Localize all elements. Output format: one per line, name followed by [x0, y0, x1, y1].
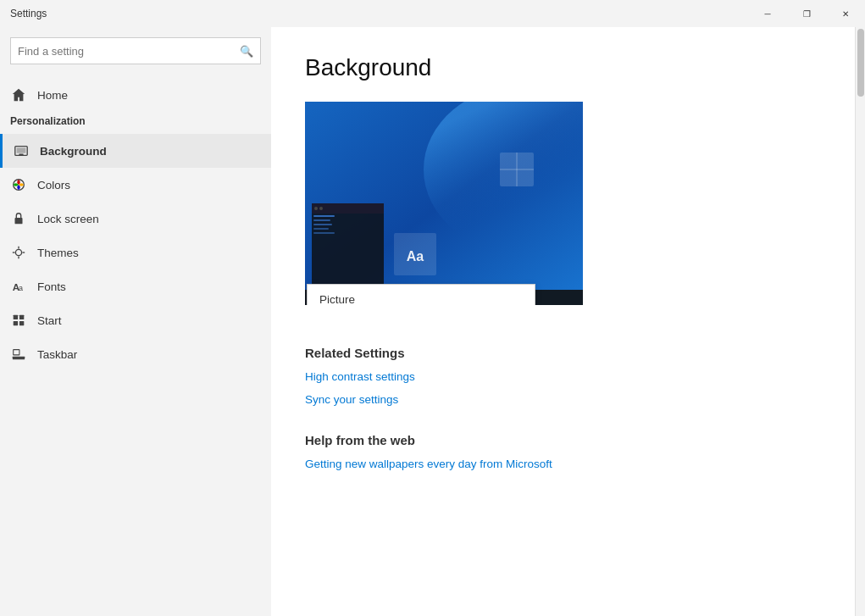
svg-rect-4 — [15, 218, 23, 224]
scrollbar-thumb[interactable] — [857, 29, 864, 97]
sidebar-item-start-label: Start — [37, 314, 62, 327]
sidebar-item-themes-label: Themes — [37, 247, 79, 259]
search-box[interactable]: 🔍 — [10, 37, 261, 64]
close-button[interactable]: ✕ — [826, 0, 865, 27]
svg-rect-15 — [19, 321, 24, 325]
sidebar-item-home-label: Home — [37, 89, 68, 102]
svg-rect-1 — [17, 147, 26, 153]
sidebar-item-background-label: Background — [40, 145, 107, 158]
colors-icon — [10, 176, 27, 193]
app-body: 🔍 Home Personalization Background — [0, 27, 865, 616]
related-settings-heading: Related Settings — [305, 346, 831, 360]
help-section-heading: Help from the web — [305, 433, 831, 447]
page-title: Background — [305, 54, 831, 81]
sidebar-item-fonts-label: Fonts — [37, 280, 66, 293]
sidebar-item-background[interactable]: Background — [0, 134, 271, 168]
sidebar-item-colors-label: Colors — [37, 179, 70, 191]
background-icon — [13, 142, 30, 159]
fonts-icon: A a — [10, 278, 27, 295]
dropdown-item-picture[interactable]: Picture — [308, 285, 535, 305]
svg-rect-16 — [13, 357, 25, 360]
svg-text:a: a — [19, 284, 23, 292]
sidebar-item-colors[interactable]: Colors — [0, 168, 271, 202]
svg-text:Aa: Aa — [407, 249, 424, 264]
new-wallpapers-link[interactable]: Getting new wallpapers every day from Mi… — [305, 458, 831, 470]
sidebar-item-lockscreen-label: Lock screen — [37, 213, 99, 225]
main-content: Background — [271, 27, 865, 616]
themes-icon — [10, 244, 27, 261]
sidebar-section-label: Personalization — [0, 112, 271, 134]
sidebar-item-lockscreen[interactable]: Lock screen — [0, 202, 271, 236]
related-settings-section: Related Settings High contrast settings … — [305, 346, 831, 406]
svg-rect-17 — [14, 350, 19, 355]
start-icon — [10, 312, 27, 329]
background-type-dropdown[interactable]: Picture Solid color Slideshow Spotlight … — [307, 284, 535, 305]
home-icon — [10, 86, 27, 103]
dropdown-menu: Picture Solid color Slideshow Spotlight … — [307, 284, 535, 305]
lock-icon — [10, 210, 27, 227]
restore-button[interactable]: ❐ — [787, 0, 826, 27]
scrollbar-track — [855, 27, 865, 616]
search-input[interactable] — [18, 45, 240, 58]
svg-rect-2 — [19, 154, 23, 155]
svg-rect-32 — [313, 232, 335, 234]
sidebar-item-fonts[interactable]: A a Fonts — [0, 269, 271, 303]
svg-rect-13 — [19, 315, 24, 319]
sidebar-item-start[interactable]: Start — [0, 303, 271, 337]
svg-rect-14 — [14, 321, 18, 325]
svg-rect-12 — [14, 315, 18, 319]
title-bar: Settings ─ ❐ ✕ — [0, 0, 865, 27]
svg-rect-31 — [313, 228, 329, 230]
sidebar-item-themes[interactable]: Themes — [0, 236, 271, 269]
sidebar: 🔍 Home Personalization Background — [0, 27, 271, 616]
help-section: Help from the web Getting new wallpapers… — [305, 433, 831, 470]
svg-point-5 — [15, 249, 21, 255]
sidebar-item-taskbar[interactable]: Taskbar — [0, 337, 271, 371]
preview-image: Aa Picture Solid color Slideshow Spotlig… — [305, 102, 583, 305]
background-preview: Aa Picture Solid color Slideshow Spotlig… — [305, 102, 583, 305]
sidebar-item-home[interactable]: Home — [0, 78, 271, 112]
sidebar-item-taskbar-label: Taskbar — [37, 348, 77, 361]
svg-rect-28 — [313, 215, 335, 217]
svg-rect-29 — [313, 219, 330, 221]
high-contrast-link[interactable]: High contrast settings — [305, 370, 831, 383]
svg-rect-26 — [314, 207, 318, 210]
search-icon[interactable]: 🔍 — [240, 45, 253, 58]
svg-rect-30 — [313, 224, 332, 225]
window-controls: ─ ❐ ✕ — [748, 0, 865, 27]
taskbar-icon — [10, 346, 27, 363]
sync-settings-link[interactable]: Sync your settings — [305, 393, 831, 406]
app-title: Settings — [10, 8, 47, 19]
svg-rect-27 — [319, 207, 323, 210]
minimize-button[interactable]: ─ — [748, 0, 787, 27]
